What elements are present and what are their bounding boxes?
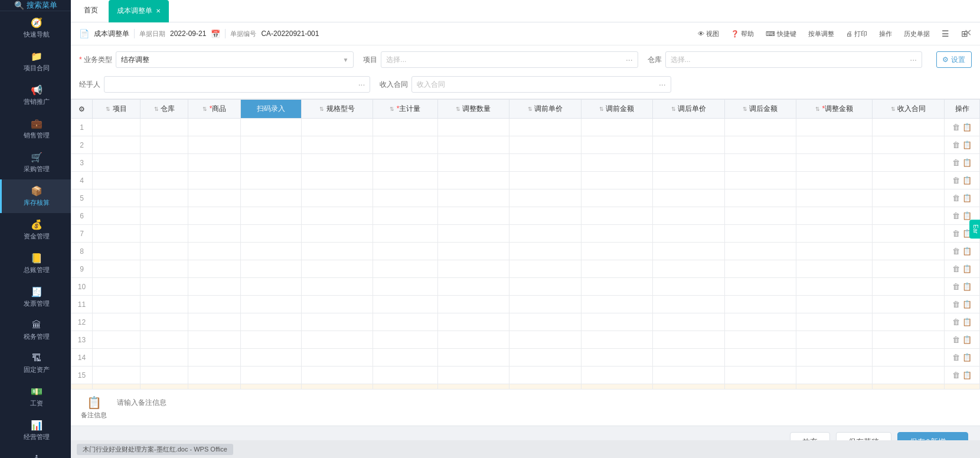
row-8-prev-amount[interactable] [581,243,653,260]
sidebar-item-ops-mgmt[interactable]: 📊 经营管理 [0,414,71,447]
row-3-product[interactable] [188,154,241,172]
row-2-adj-qty[interactable] [437,136,509,154]
row-6-spec[interactable] [301,207,373,225]
row-13-adj-amount[interactable] [796,331,873,349]
copy-icon-12[interactable]: 📋 [962,318,972,326]
sidebar-logo[interactable]: 🔍 搜索菜单 [0,0,71,11]
row-11-prev-amount[interactable] [581,296,653,313]
help-btn[interactable]: ❓ 帮助 [727,28,757,40]
history-btn[interactable]: 历史单据 [900,28,933,40]
row-5-scan[interactable] [241,189,301,207]
row-10-project[interactable] [93,278,141,296]
row-5-adj-qty[interactable] [437,189,509,207]
row-15-after-unit-price[interactable] [653,367,725,384]
sidebar-item-inventory-calc[interactable]: 📦 库存核算 [0,179,71,213]
row-12-after-unit-price[interactable] [653,313,725,331]
agent-value[interactable]: ··· [104,76,370,93]
row-6-unit[interactable] [373,207,437,225]
row-8-after-amount[interactable] [724,243,796,260]
row-12-spec[interactable] [301,313,373,331]
row-14-warehouse[interactable] [141,349,188,367]
row-15-project[interactable] [93,367,141,384]
row-3-after-unit-price[interactable] [653,154,725,172]
row-6-after-unit-price[interactable] [653,207,725,225]
copy-icon-11[interactable]: 📋 [962,300,972,309]
row-13-after-unit-price[interactable] [653,331,725,349]
table-container[interactable]: ⚙ ⇅ 项目 ⇅ 仓库 ⇅ *商品 扫码录入 ⇅ 规格 [71,99,980,389]
row-4-product[interactable] [188,172,241,189]
row-10-after-amount[interactable] [724,278,796,296]
sidebar-item-base-info[interactable]: ℹ 基础信息 [0,447,71,458]
ops-btn[interactable]: 操作 [876,28,896,40]
row-12-scan[interactable] [241,313,301,331]
sidebar-item-payroll[interactable]: 💵 工资 [0,380,71,414]
row-7-adj-qty[interactable] [437,225,509,243]
row-9-adj-amount[interactable] [796,260,873,278]
copy-icon-10[interactable]: 📋 [962,282,972,291]
row-10-prev-amount[interactable] [581,278,653,296]
tab-home[interactable]: 首页 [76,0,106,22]
row-3-prev-unit-price[interactable] [509,154,582,172]
row-7-product[interactable] [188,225,241,243]
tab-cost-adjust[interactable]: 成本调整单 ✕ [109,0,169,22]
row-2-warehouse[interactable] [141,136,188,154]
row-11-spec[interactable] [301,296,373,313]
row-10-warehouse[interactable] [141,278,188,296]
row-9-prev-amount[interactable] [581,260,653,278]
row-8-prev-unit-price[interactable] [509,243,582,260]
copy-icon-9[interactable]: 📋 [962,264,972,273]
row-13-after-amount[interactable] [724,331,796,349]
row-12-unit[interactable] [373,313,437,331]
row-9-prev-unit-price[interactable] [509,260,582,278]
row-1-unit[interactable] [373,119,437,136]
row-4-after-amount[interactable] [724,172,796,189]
row-7-warehouse[interactable] [141,225,188,243]
sidebar-item-fund-mgmt[interactable]: 💰 资金管理 [0,213,71,247]
row-4-scan[interactable] [241,172,301,189]
row-15-after-amount[interactable] [724,367,796,384]
copy-icon-8[interactable]: 📋 [962,247,972,256]
delete-icon-4[interactable]: 🗑 [952,176,960,185]
row-12-adj-amount[interactable] [796,313,873,331]
row-11-income-contract[interactable] [873,296,945,313]
row-13-income-contract[interactable] [873,331,945,349]
row-2-spec[interactable] [301,136,373,154]
row-1-spec[interactable] [301,119,373,136]
taskbar-wps-item[interactable]: 木门行业好业财处理方案-墨红红.doc - WPS Office [77,444,233,455]
row-9-unit[interactable] [373,260,437,278]
sidebar-item-sales-mgmt[interactable]: 💼 销售管理 [0,112,71,146]
row-14-after-unit-price[interactable] [653,349,725,367]
sidebar-item-project-contract[interactable]: 📁 项目合同 [0,45,71,78]
row-13-adj-qty[interactable] [437,331,509,349]
row-4-prev-amount[interactable] [581,172,653,189]
row-3-adj-amount[interactable] [796,154,873,172]
row-1-adj-qty[interactable] [437,119,509,136]
row-11-prev-unit-price[interactable] [509,296,582,313]
note-input[interactable] [115,395,972,419]
row-10-adj-qty[interactable] [437,278,509,296]
row-12-income-contract[interactable] [873,313,945,331]
row-6-project[interactable] [93,207,141,225]
row-1-prev-amount[interactable] [581,119,653,136]
row-1-after-unit-price[interactable] [653,119,725,136]
row-15-prev-amount[interactable] [581,367,653,384]
row-13-product[interactable] [188,331,241,349]
row-4-prev-unit-price[interactable] [509,172,582,189]
row-14-prev-amount[interactable] [581,349,653,367]
sidebar-item-sales-promotion[interactable]: 📢 营销推广 [0,78,71,112]
row-15-unit[interactable] [373,367,437,384]
delete-icon-12[interactable]: 🗑 [952,318,960,326]
row-4-income-contract[interactable] [873,172,945,189]
delete-icon-6[interactable]: 🗑 [952,211,960,220]
row-15-warehouse[interactable] [141,367,188,384]
row-3-prev-amount[interactable] [581,154,653,172]
row-3-warehouse[interactable] [141,154,188,172]
sidebar-item-purchase-mgmt[interactable]: 🛒 采购管理 [0,146,71,179]
row-3-income-contract[interactable] [873,154,945,172]
delete-icon-7[interactable]: 🗑 [952,229,960,238]
row-11-scan[interactable] [241,296,301,313]
row-6-scan[interactable] [241,207,301,225]
row-15-adj-qty[interactable] [437,367,509,384]
row-14-adj-qty[interactable] [437,349,509,367]
row-1-prev-unit-price[interactable] [509,119,582,136]
